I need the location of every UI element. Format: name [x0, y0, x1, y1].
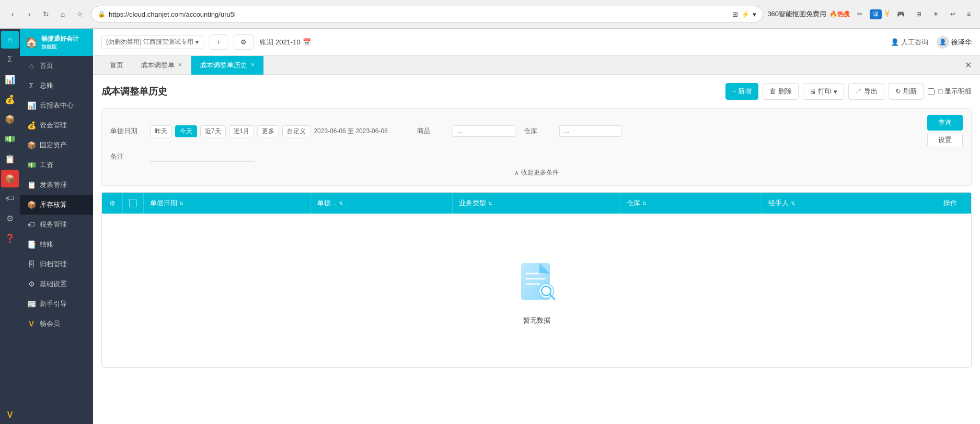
tab-cost-adjust-history-close[interactable]: ✕ [250, 62, 255, 68]
settings-filter-button[interactable]: 设置 [927, 133, 963, 147]
dropdown-icon: ▾ [753, 10, 756, 18]
sun-button[interactable]: ☀ [929, 8, 943, 20]
top-bar-left: (勿删勿禁用) 江西服宝测试专用 ▾ + ⚙ 账期 2021-10 📅 [101, 34, 311, 50]
sidebar-item-ledger[interactable]: Σ 总账 [20, 76, 93, 96]
scissors-button[interactable]: ✂ [853, 8, 867, 20]
iconbar-item-1[interactable]: Σ [1, 51, 19, 68]
date-btn-today[interactable]: 今天 [175, 125, 197, 137]
th-date[interactable]: 单据日期 ⇅ [144, 193, 311, 214]
page-tabs: 首页 成本调整单 ✕ 成本调整单历史 ✕ ✕ [93, 56, 980, 75]
th-checkbox[interactable] [123, 193, 144, 214]
empty-state: 暂无数据 [102, 214, 971, 367]
home-button[interactable]: ⌂ [55, 7, 70, 21]
iconbar-item-0[interactable]: ⌂ [1, 31, 19, 49]
undo-button[interactable]: ↩ [946, 8, 960, 20]
tab-cost-adjust[interactable]: 成本调整单 ✕ [132, 56, 191, 75]
sidebar-item-inventory[interactable]: 📦 库存核算 [20, 195, 93, 215]
th-settings[interactable]: ⚙ [102, 193, 123, 214]
top-bar: (勿删勿禁用) 江西服宝测试专用 ▾ + ⚙ 账期 2021-10 📅 👤 人工… [93, 29, 980, 56]
sidebar-item-assets[interactable]: 📦 固定资产 [20, 135, 93, 155]
tab-cost-adjust-close[interactable]: ✕ [178, 62, 182, 68]
iconbar-item-2[interactable]: 📊 [1, 70, 19, 88]
iconbar-item-3[interactable]: 💰 [1, 90, 19, 108]
service-icon: 👤 [891, 38, 899, 46]
refresh-button[interactable]: ↻ 刷新 [889, 83, 924, 100]
filter-area: 单据日期 昨天 今天 近7天 近1月 更多 自定义 2023-06-06 至 2… [101, 108, 972, 186]
filter-row-date: 单据日期 昨天 今天 近7天 近1月 更多 自定义 2023-06-06 至 2… [110, 115, 963, 147]
tab-home-label: 首页 [110, 61, 123, 70]
num-sort-icon: ⇅ [339, 201, 343, 206]
date-range-text: 2023-06-06 至 2023-06-06 [314, 127, 387, 136]
translate-button[interactable]: 译 [870, 9, 882, 19]
sidebar-item-salary[interactable]: 💵 工资 [20, 155, 93, 175]
refresh-button[interactable]: ↻ [39, 7, 53, 21]
header-checkbox[interactable] [129, 199, 137, 207]
date-btn-last7[interactable]: 近7天 [200, 125, 226, 137]
sidebar-item-closeout[interactable]: 📑 结账 [20, 234, 93, 254]
back-button[interactable]: ‹ [5, 7, 20, 21]
sidebar-item-funds[interactable]: 💰 资金管理 [20, 115, 93, 135]
export-button[interactable]: ↗ 导出 [848, 83, 884, 100]
iconbar-item-11[interactable]: V [1, 406, 19, 424]
iconbar-item-8[interactable]: 🏷 [1, 190, 19, 207]
print-button[interactable]: 🖨 打印 ▾ [803, 83, 845, 100]
grid2-button[interactable]: ⊞ [912, 8, 926, 20]
iconbar-item-9[interactable]: ⚙ [1, 209, 19, 227]
star-button[interactable]: ☆ [72, 7, 87, 21]
top-bar-right: 👤 人工咨询 👤 徐泽华 [891, 36, 972, 49]
iconbar-item-10[interactable]: ❓ [1, 229, 19, 247]
th-type[interactable]: 业务类型 ⇅ [453, 193, 620, 214]
game-button[interactable]: 🎮 [893, 8, 909, 20]
sidebar-item-home[interactable]: ⌂ 首页 [20, 56, 93, 76]
browser-nav-buttons: ‹ › ↻ ⌂ ☆ [5, 7, 87, 21]
iconbar-item-7[interactable]: 📦 [1, 170, 19, 187]
collapse-icon: ∧ [514, 169, 519, 176]
query-button[interactable]: 查询 [927, 115, 963, 131]
table-container: ⚙ 单据日期 ⇅ 单据... ⇅ 业务类型 ⇅ [101, 192, 972, 368]
new-button[interactable]: + 新增 [725, 83, 758, 100]
th-num[interactable]: 单据... ⇅ [311, 193, 453, 214]
page-header: 成本调整单历史 + 新增 🗑 删除 🖨 打印 ▾ ↗ 导出 ↻ 刷新 □ 显示明… [101, 83, 972, 100]
forward-button[interactable]: › [22, 7, 37, 21]
sidebar-item-guide[interactable]: 📰 新手引导 [20, 294, 93, 314]
iconbar-item-4[interactable]: 📦 [1, 110, 19, 128]
tab-home[interactable]: 首页 [101, 56, 132, 75]
period-value: 2021-10 [275, 38, 301, 46]
add-company-button[interactable]: + [210, 34, 227, 50]
collapse-bar[interactable]: ∧ 收起更多条件 [110, 166, 963, 179]
sidebar-item-settings[interactable]: ⚙ 基础设置 [20, 274, 93, 294]
close-all-tabs-button[interactable]: ✕ [965, 60, 972, 70]
tab-cost-adjust-history[interactable]: 成本调整单历史 ✕ [191, 56, 264, 75]
address-bar[interactable]: 🔒 https://cloud.chanjet.com/accounting/u… [91, 6, 763, 22]
remark-filter-input[interactable] [150, 151, 255, 162]
date-btn-last1m[interactable]: 近1月 [229, 125, 255, 137]
iconbar-item-6[interactable]: 📋 [1, 150, 19, 168]
user-service[interactable]: 👤 人工咨询 [891, 38, 928, 47]
sidebar-item-tax[interactable]: 🏷 税务管理 [20, 215, 93, 234]
sidebar-item-reports[interactable]: 📊 云报表中心 [20, 96, 93, 115]
company-selector[interactable]: (勿删勿禁用) 江西服宝测试专用 ▾ [101, 35, 203, 49]
period-info: 账期 2021-10 📅 [260, 38, 311, 47]
sidebar-item-archive[interactable]: 🗄 归档管理 [20, 254, 93, 274]
th-handler[interactable]: 经手人 ⇅ [762, 193, 929, 214]
sidebar-item-member[interactable]: V 畅会员 [20, 314, 93, 334]
sidebar-item-invoice[interactable]: 📋 发票管理 [20, 175, 93, 195]
user-name[interactable]: 👤 徐泽华 [937, 36, 972, 49]
iconbar-item-5[interactable]: 💵 [1, 130, 19, 148]
date-btn-custom[interactable]: 自定义 [282, 125, 310, 137]
menu-button[interactable]: ≡ [963, 8, 975, 20]
calendar-icon[interactable]: 📅 [303, 38, 311, 46]
goods-filter-select[interactable]: ... [453, 125, 515, 137]
delete-button[interactable]: 🗑 删除 [763, 83, 799, 100]
date-btn-more[interactable]: 更多 [257, 125, 279, 137]
th-warehouse[interactable]: 仓库 ⇅ [620, 193, 762, 214]
display-toggle[interactable]: □ 显示明细 [928, 87, 972, 96]
sidebar-label-archive: 归档管理 [40, 260, 67, 269]
display-toggle-checkbox[interactable] [928, 88, 935, 95]
topbar-settings-button[interactable]: ⚙ [234, 34, 253, 50]
content-area: 成本调整单历史 + 新增 🗑 删除 🖨 打印 ▾ ↗ 导出 ↻ 刷新 □ 显示明… [93, 75, 980, 424]
warehouse-filter-label: 仓库 [524, 126, 555, 136]
goods-filter-label: 商品 [417, 126, 448, 136]
warehouse-filter-select[interactable]: ... [559, 125, 622, 137]
date-btn-yesterday[interactable]: 昨天 [150, 125, 172, 137]
